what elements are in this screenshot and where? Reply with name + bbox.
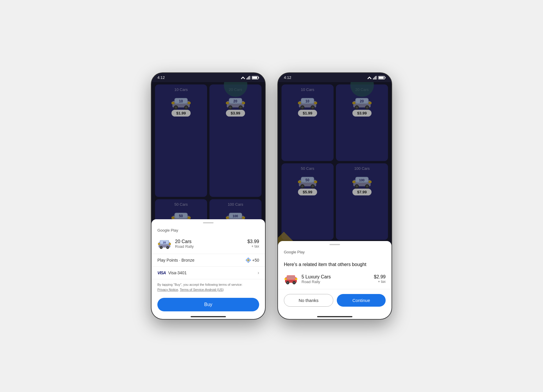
svg-rect-2 bbox=[247, 77, 248, 79]
svg-rect-66 bbox=[375, 77, 375, 79]
svg-rect-121 bbox=[285, 279, 297, 280]
svg-text:20: 20 bbox=[163, 241, 166, 244]
svg-rect-65 bbox=[374, 77, 374, 79]
svg-rect-68 bbox=[377, 76, 377, 79]
svg-rect-70 bbox=[385, 77, 386, 78]
svg-rect-114 bbox=[287, 276, 294, 279]
svg-marker-0 bbox=[241, 77, 245, 79]
terms-link[interactable]: Terms of Service-Android (US) bbox=[180, 288, 224, 291]
sheet-handle-2 bbox=[329, 244, 340, 245]
sheet-car-icon: 20 bbox=[157, 238, 171, 250]
phone-1: 4:12 bbox=[151, 72, 266, 320]
game-area-1: 10 Cars 10 $1.99 bbox=[151, 82, 265, 319]
related-item-info: 5 Luxury Cars Road Rally bbox=[302, 274, 370, 284]
sheet-price-main: $3.99 bbox=[247, 239, 259, 244]
related-sheet: Google Play Here's a related item that o… bbox=[278, 241, 392, 319]
phone-2: 4:12 bbox=[277, 72, 392, 320]
svg-point-54 bbox=[160, 247, 162, 248]
svg-rect-57 bbox=[158, 243, 160, 245]
wifi-icon-2 bbox=[367, 76, 372, 79]
buy-button[interactable]: Buy bbox=[157, 298, 259, 311]
svg-rect-71 bbox=[379, 77, 384, 79]
related-item-price: $2.99 + tax bbox=[374, 274, 386, 284]
svg-rect-3 bbox=[248, 77, 249, 79]
svg-point-118 bbox=[293, 282, 295, 284]
svg-rect-4 bbox=[249, 76, 250, 79]
svg-rect-58 bbox=[169, 243, 171, 245]
time-2: 4:12 bbox=[284, 75, 291, 80]
luxury-car-icon bbox=[284, 273, 298, 285]
payment-row[interactable]: VISA Visa-3401 › bbox=[151, 267, 265, 279]
sheet-item-sub: Road Rally bbox=[175, 244, 244, 249]
battery-icon-2 bbox=[378, 76, 386, 79]
time-1: 4:12 bbox=[157, 75, 165, 80]
sheet-brand-1: Google Play bbox=[151, 228, 265, 235]
wifi-icon bbox=[241, 76, 245, 79]
visa-logo: VISA bbox=[157, 270, 166, 275]
sheet-item-info: 20 Cars Road Rally bbox=[175, 239, 244, 249]
home-indicator-1 bbox=[191, 316, 226, 317]
battery-icon bbox=[252, 76, 259, 79]
related-item-name: 5 Luxury Cars bbox=[302, 274, 370, 280]
home-indicator-2 bbox=[317, 316, 352, 317]
play-points-value: +50 bbox=[246, 258, 259, 263]
svg-rect-5 bbox=[250, 76, 251, 79]
related-price-main: $2.99 bbox=[374, 274, 386, 280]
status-icons-2 bbox=[367, 76, 386, 79]
terms-text: By tapping "Buy", you accept the followi… bbox=[151, 279, 265, 295]
play-points-row: Play Points · Bronze +50 bbox=[151, 254, 265, 267]
sheet-handle-1 bbox=[203, 222, 214, 223]
sheet-item-row: 20 20 Cars Road Rally $3.99 + bbox=[151, 235, 265, 254]
svg-rect-67 bbox=[376, 76, 376, 79]
action-buttons: No thanks Continue bbox=[278, 289, 392, 314]
signal-icon-2 bbox=[373, 76, 377, 79]
privacy-link[interactable]: Privacy Notice bbox=[157, 288, 178, 291]
svg-rect-64 bbox=[373, 78, 374, 79]
status-icons-1 bbox=[241, 76, 259, 79]
purchase-sheet: Google Play 20 2 bbox=[151, 219, 265, 319]
no-thanks-button[interactable]: No thanks bbox=[284, 294, 333, 307]
play-points-num: +50 bbox=[252, 258, 259, 263]
play-points-label: Play Points · Bronze bbox=[157, 258, 194, 263]
svg-rect-8 bbox=[252, 77, 257, 79]
signal-icon bbox=[246, 76, 251, 79]
related-item-row: 5 Luxury Cars Road Rally $2.99 + tax bbox=[278, 271, 392, 289]
sheet-price-tax: + tax bbox=[247, 244, 259, 248]
svg-point-116 bbox=[287, 282, 289, 284]
related-heading: Here's a related item that others bought bbox=[278, 257, 392, 271]
svg-marker-63 bbox=[367, 77, 372, 79]
related-price-tax: + tax bbox=[374, 280, 386, 284]
game-area-2: 10 Cars 10 $1.99 bbox=[278, 82, 392, 319]
continue-button[interactable]: Continue bbox=[337, 294, 386, 307]
sheet-item-name: 20 Cars bbox=[175, 239, 244, 244]
related-item-sub: Road Rally bbox=[302, 280, 370, 284]
svg-rect-1 bbox=[246, 78, 247, 79]
sheet-brand-2: Google Play bbox=[278, 250, 392, 257]
payment-text: Visa-3401 bbox=[168, 270, 187, 275]
status-bar-1: 4:12 bbox=[151, 73, 265, 82]
svg-rect-7 bbox=[259, 77, 259, 78]
status-bar-2: 4:12 bbox=[278, 73, 392, 82]
svg-point-56 bbox=[167, 247, 169, 248]
chevron-right-icon: › bbox=[258, 270, 259, 275]
sheet-item-price: $3.99 + tax bbox=[247, 239, 259, 248]
play-points-diamond-icon bbox=[246, 258, 251, 263]
